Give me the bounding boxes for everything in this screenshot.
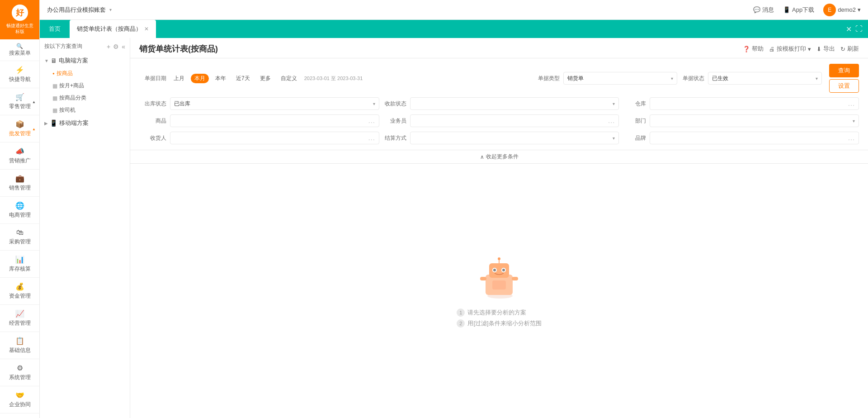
date-btn-this-year[interactable]: 本年	[212, 74, 230, 83]
export-button[interactable]: ⬇ 导出	[816, 45, 835, 53]
date-btn-last-month[interactable]: 上月	[170, 74, 188, 83]
staff-control[interactable]: …	[410, 114, 619, 127]
tree-item-by-month-goods[interactable]: ▦ 按月+商品	[40, 80, 130, 92]
tree-by-category-icon: ▦	[52, 95, 57, 101]
sidebar-search[interactable]: 🔍 搜索菜单	[0, 39, 39, 61]
app-download-button[interactable]: 📱 App下载	[783, 6, 814, 14]
sidebar-item-retail[interactable]: 🛒 零售管理	[0, 88, 39, 115]
top-bar: 办公用品行业模拟账套 ▾ 💬 消息 📱 App下载 E demo2 ▾	[40, 0, 868, 20]
date-btn-7days[interactable]: 近7天	[232, 74, 254, 83]
goods-control[interactable]: …	[170, 114, 379, 127]
receiver-control[interactable]: …	[170, 132, 379, 144]
empty-illustration	[476, 254, 522, 299]
doc-type-control[interactable]: 销货单 ▾	[563, 72, 677, 85]
tab-close-icon[interactable]: ✕	[144, 26, 149, 32]
help-button[interactable]: ❓ 帮助	[743, 45, 764, 53]
tab-close-all-button[interactable]: ✕	[846, 25, 852, 33]
workspace-name: 办公用品行业模拟账套	[47, 6, 106, 14]
goods-label: 商品	[139, 117, 166, 125]
tree-arrow-pc: ▼	[44, 58, 49, 63]
sidebar-item-basic[interactable]: 📋 基础信息	[0, 332, 39, 359]
workspace-dropdown-icon[interactable]: ▾	[109, 7, 112, 12]
content-area: 按以下方案查询 + ⚙ « ▼ 🖥 电脑端方案 ● 按商品 ▦ 按月+商品	[40, 38, 868, 418]
empty-hint-1: 1 请先选择要分析的方案	[457, 309, 541, 317]
sidebar-item-sales[interactable]: 💼 销售管理	[0, 170, 39, 197]
search-icon: 🔍	[16, 43, 23, 49]
refresh-button[interactable]: ↻ 刷新	[840, 45, 859, 53]
enterprise-icon: 🤝	[15, 391, 24, 399]
svg-point-8	[498, 257, 500, 260]
tab-home[interactable]: 首页	[40, 20, 70, 38]
sidebar-item-inventory[interactable]: 📊 库存核算	[0, 251, 39, 278]
tab-bar: 首页 销货单统计表（按商品） ✕ ✕ ⛶	[40, 20, 868, 38]
sidebar-item-system[interactable]: ⚙ 系统管理	[0, 359, 39, 386]
svg-rect-11	[492, 280, 506, 290]
sidebar-item-guide[interactable]: 🎓 新手引导	[0, 413, 39, 418]
sidebar-item-enterprise[interactable]: 🤝 企业协同	[0, 386, 39, 413]
refresh-icon: ↻	[840, 46, 845, 52]
payment-label: 收款状态	[379, 100, 406, 108]
add-scheme-button[interactable]: +	[107, 43, 110, 50]
basic-icon: 📋	[15, 337, 24, 345]
left-panel-icons: + ⚙ «	[107, 43, 125, 50]
help-icon: ❓	[743, 46, 750, 52]
doc-status-control[interactable]: 已生效 ▾	[708, 72, 822, 85]
tree-item-by-category[interactable]: ▦ 按商品分类	[40, 92, 130, 104]
payment-control[interactable]: ▾	[410, 97, 619, 110]
settle-control[interactable]: ▾	[410, 132, 619, 144]
tree-item-by-cashier[interactable]: ▦ 按司机	[40, 104, 130, 116]
filter-row-4: 收货人 … 结算方式 ▾ 品牌	[139, 132, 859, 144]
app-logo: 好 畅捷通好生意 标版	[0, 0, 40, 39]
print-button[interactable]: 🖨 按模板打印 ▾	[769, 45, 811, 53]
settings-button[interactable]: 设置	[829, 79, 859, 93]
tab-home-label: 首页	[49, 25, 61, 33]
finance-icon: 💰	[15, 282, 24, 291]
query-button[interactable]: 查询	[829, 64, 859, 77]
print-label: 按模板打印	[777, 45, 806, 53]
filter-area: 单据日期 上月 本月 本年 近7天 更多 自定义 2023-03-01 至 20…	[130, 58, 868, 150]
print-dropdown-icon[interactable]: ▾	[808, 46, 811, 52]
tab-expand-button[interactable]: ⛶	[855, 25, 863, 33]
edit-scheme-button[interactable]: ⚙	[113, 43, 119, 50]
brand-control[interactable]: …	[650, 132, 859, 144]
sidebar-item-marketing[interactable]: 📣 营销推广	[0, 142, 39, 170]
tree-by-cashier-label: 按司机	[59, 106, 75, 114]
user-profile[interactable]: E demo2 ▾	[823, 4, 861, 16]
tree-pc-root[interactable]: ▼ 🖥 电脑端方案	[40, 54, 130, 67]
avatar: E	[823, 4, 836, 16]
tree-by-category-label: 按商品分类	[59, 94, 86, 102]
doc-status-value: 已生效	[712, 75, 728, 82]
tab-sales-report[interactable]: 销货单统计表（按商品） ✕	[70, 20, 156, 38]
tab-bar-actions: ✕ ⛶	[846, 25, 868, 33]
filter-settle: 结算方式 ▾	[379, 132, 619, 144]
message-button[interactable]: 💬 消息	[753, 6, 774, 14]
filter-staff: 业务员 …	[379, 114, 619, 127]
sidebar-item-wholesale[interactable]: 📦 批发管理	[0, 115, 39, 142]
sidebar-item-purchase[interactable]: 🛍 采购管理	[0, 224, 39, 251]
empty-state: 1 请先选择要分析的方案 2 用[过滤]条件来缩小分析范围	[130, 164, 868, 418]
print-icon: 🖨	[769, 46, 775, 52]
sidebar-item-operation[interactable]: 📈 经营管理	[0, 305, 39, 332]
tree-mobile-root[interactable]: ▶ 📱 移动端方案	[40, 116, 130, 130]
sidebar-item-finance[interactable]: 💰 资金管理	[0, 278, 39, 305]
collapse-panel-button[interactable]: «	[122, 43, 125, 50]
message-label: 消息	[762, 6, 774, 14]
date-btn-custom[interactable]: 自定义	[277, 74, 301, 83]
date-btn-this-month[interactable]: 本月	[191, 74, 209, 83]
filter-doc-status: 单据状态 已生效 ▾	[677, 72, 822, 85]
sidebar: 好 畅捷通好生意 标版 🔍 搜索菜单 ⚡ 快捷导航 🛒 零售管理 📦 批发管理 …	[0, 0, 40, 418]
tree-item-by-goods[interactable]: ● 按商品	[40, 67, 130, 80]
sidebar-item-ecommerce[interactable]: 🌐 电商管理	[0, 197, 39, 224]
svg-point-6	[502, 269, 505, 271]
logo-icon: 好	[12, 5, 28, 21]
date-label: 单据日期	[139, 75, 166, 82]
username: demo2	[838, 6, 856, 13]
empty-hints: 1 请先选择要分析的方案 2 用[过滤]条件来缩小分析范围	[457, 309, 541, 328]
dept-control[interactable]: ▾	[650, 114, 859, 127]
collapse-filter-row[interactable]: ∧ 收起更多条件	[130, 150, 868, 164]
sidebar-quick-nav[interactable]: ⚡ 快捷导航	[0, 61, 39, 88]
out-status-control[interactable]: 已出库 ▾	[170, 97, 379, 110]
date-btn-more[interactable]: 更多	[256, 74, 274, 83]
warehouse-control[interactable]: …	[650, 97, 859, 110]
purchase-icon: 🛍	[16, 228, 24, 237]
